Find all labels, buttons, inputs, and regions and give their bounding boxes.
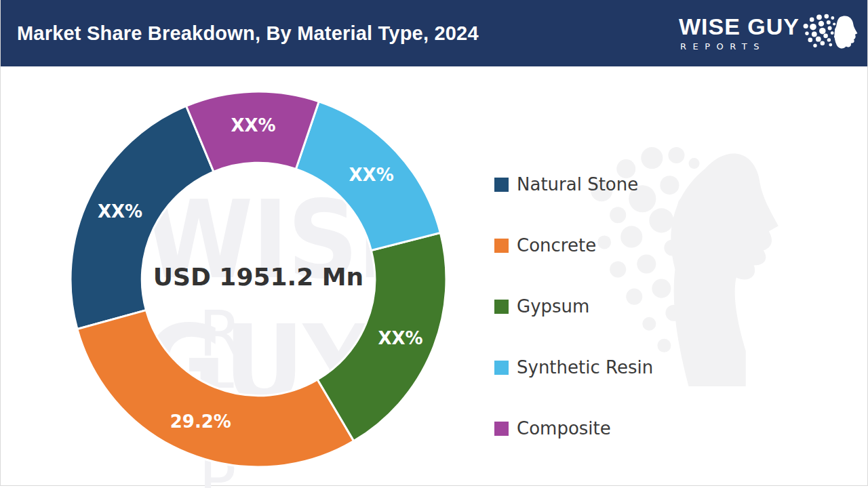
segment-label-natural-stone: XX% bbox=[98, 201, 142, 222]
report-page: WISE GUY R E P O R T S Market Share Brea… bbox=[0, 0, 868, 486]
page-title: Market Share Breakdown, By Material Type… bbox=[17, 22, 479, 45]
legend-item-gypsum: Gypsum bbox=[494, 289, 653, 323]
legend-item-concrete: Concrete bbox=[494, 228, 653, 262]
legend-swatch-concrete bbox=[494, 239, 509, 253]
header-bar: Market Share Breakdown, By Material Type… bbox=[1, 0, 867, 66]
chart-legend: Natural StoneConcreteGypsumSynthetic Res… bbox=[494, 167, 653, 472]
legend-swatch-synthetic-resin bbox=[494, 361, 509, 375]
legend-label-gypsum: Gypsum bbox=[517, 296, 589, 317]
legend-item-composite: Composite bbox=[494, 411, 653, 445]
logo-wiseguy-label: WISE GUY bbox=[679, 15, 800, 38]
legend-swatch-natural-stone bbox=[494, 178, 509, 192]
wiseguy-logo: WISE GUY REPORTS bbox=[679, 5, 858, 62]
segment-label-concrete: 29.2% bbox=[170, 411, 231, 432]
face-logo-icon bbox=[801, 5, 858, 62]
logo-reports-label: REPORTS bbox=[680, 41, 800, 52]
segment-label-synthetic-resin: XX% bbox=[349, 165, 394, 185]
donut-segment-concrete bbox=[77, 310, 354, 467]
legend-label-concrete: Concrete bbox=[517, 235, 596, 256]
segment-label-gypsum: XX% bbox=[378, 328, 423, 348]
legend-item-synthetic-resin: Synthetic Resin bbox=[494, 350, 653, 384]
legend-label-synthetic-resin: Synthetic Resin bbox=[517, 357, 653, 378]
donut-center-value: USD 1951.2 Mn bbox=[66, 263, 450, 291]
legend-swatch-composite bbox=[494, 422, 509, 436]
segment-label-composite: XX% bbox=[231, 115, 275, 136]
legend-item-natural-stone: Natural Stone bbox=[494, 167, 653, 201]
legend-swatch-gypsum bbox=[494, 300, 509, 314]
wiseguy-logo-text: WISE GUY REPORTS bbox=[679, 15, 800, 52]
legend-label-composite: Composite bbox=[517, 418, 611, 439]
legend-label-natural-stone: Natural Stone bbox=[517, 174, 638, 195]
